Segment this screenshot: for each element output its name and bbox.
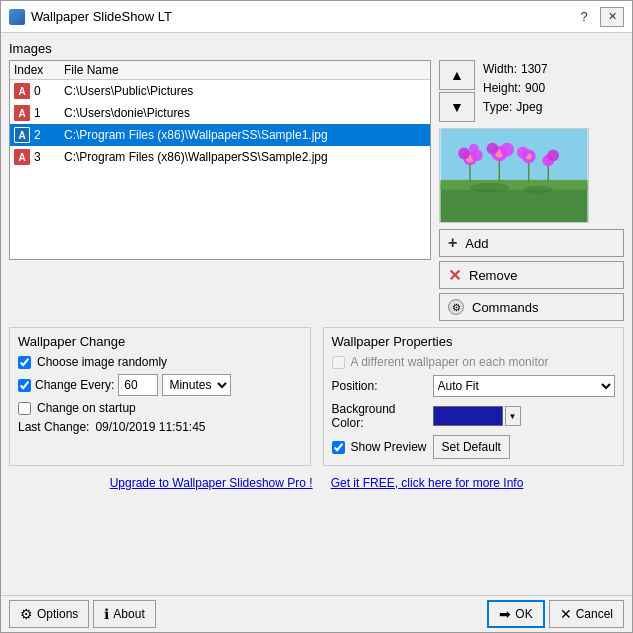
svg-rect-2	[441, 180, 588, 190]
about-label: About	[113, 607, 144, 621]
change-on-startup-label: Change on startup	[37, 401, 136, 415]
set-default-button[interactable]: Set Default	[433, 435, 510, 459]
item-index-1: 1	[34, 106, 64, 120]
remove-label: Remove	[469, 268, 517, 283]
right-panel: ▲ ▼ Width: 1307 Height: 900	[439, 60, 624, 321]
images-row: Index File Name A 0 C:\Users\Public\Pict…	[9, 60, 624, 321]
color-picker: ▼	[433, 406, 521, 426]
change-on-startup-checkbox[interactable]	[18, 402, 31, 415]
list-item[interactable]: A 3 C:\Program Files (x86)\WallpaperSS\S…	[10, 146, 430, 168]
main-window: Wallpaper SlideShow LT ? ✕ Images Index …	[0, 0, 633, 633]
move-up-button[interactable]: ▲	[439, 60, 475, 90]
svg-point-7	[458, 148, 470, 160]
show-preview-label: Show Preview	[351, 440, 427, 454]
cancel-label: Cancel	[576, 607, 613, 621]
type-value: Jpeg	[516, 98, 542, 117]
position-label: Position:	[332, 379, 427, 393]
list-item[interactable]: A 2 C:\Program Files (x86)\WallpaperSS\S…	[10, 124, 430, 146]
svg-point-20	[547, 150, 559, 162]
help-button[interactable]: ?	[572, 7, 596, 27]
window-title: Wallpaper SlideShow LT	[31, 9, 572, 24]
last-change-row: Last Change: 09/10/2019 11:51:45	[18, 420, 302, 434]
close-button[interactable]: ✕	[600, 7, 624, 27]
list-item[interactable]: A 1 C:\Users\donie\Pictures	[10, 102, 430, 124]
add-button[interactable]: + Add	[439, 229, 624, 257]
bg-color-row: Background Color: ▼	[332, 402, 616, 430]
wallpaper-props-panel: Wallpaper Properties A different wallpap…	[323, 327, 625, 466]
width-label: Width:	[483, 60, 517, 79]
info-row: ▲ ▼ Width: 1307 Height: 900	[439, 60, 624, 122]
commands-button[interactable]: ⚙ Commands	[439, 293, 624, 321]
item-icon-2: A	[14, 127, 30, 143]
width-info: Width: 1307	[483, 60, 548, 79]
bottom-link-row: Upgrade to Wallpaper Slideshow Pro ! Get…	[9, 472, 624, 494]
change-on-startup-row: Change on startup	[18, 401, 302, 415]
color-swatch[interactable]	[433, 406, 503, 426]
different-monitor-checkbox[interactable]	[332, 356, 345, 369]
different-monitor-label: A different wallpaper on each monitor	[351, 355, 549, 369]
choose-randomly-label: Choose image randomly	[37, 355, 167, 369]
title-bar: Wallpaper SlideShow LT ? ✕	[1, 1, 632, 33]
svg-point-8	[469, 144, 479, 154]
item-index-2: 2	[34, 128, 64, 142]
upgrade-link[interactable]: Upgrade to Wallpaper Slideshow Pro !	[110, 476, 313, 490]
choose-randomly-checkbox[interactable]	[18, 356, 31, 369]
item-icon-1: A	[14, 105, 30, 121]
item-icon-3: A	[14, 149, 30, 165]
item-path-3: C:\Program Files (x86)\WallpaperSS\Sampl…	[64, 150, 426, 164]
col-index-header: Index	[14, 63, 64, 77]
item-index-0: 0	[34, 84, 64, 98]
width-value: 1307	[521, 60, 548, 79]
add-icon: +	[448, 234, 457, 252]
nav-buttons: ▲ ▼	[439, 60, 475, 122]
left-buttons: ⚙ Options ℹ About	[9, 600, 156, 628]
svg-point-21	[470, 183, 509, 193]
last-change-label: Last Change:	[18, 420, 89, 434]
change-every-row: Change Every: Minutes Hours Days	[18, 374, 302, 396]
action-buttons: + Add ✕ Remove ⚙ Commands	[439, 229, 624, 321]
add-label: Add	[465, 236, 488, 251]
ok-label: OK	[515, 607, 532, 621]
file-list[interactable]: Index File Name A 0 C:\Users\Public\Pict…	[9, 60, 431, 260]
position-row: Position: Auto Fit Stretch Tile Center F…	[332, 375, 616, 397]
change-every-unit-select[interactable]: Minutes Hours Days	[162, 374, 231, 396]
cancel-button[interactable]: ✕ Cancel	[549, 600, 624, 628]
move-down-button[interactable]: ▼	[439, 92, 475, 122]
bottom-buttons: ⚙ Options ℹ About ➡ OK ✕ Cancel	[1, 595, 632, 632]
remove-icon: ✕	[448, 266, 461, 285]
type-info: Type: Jpeg	[483, 98, 548, 117]
link-separator	[317, 476, 327, 490]
item-path-1: C:\Users\donie\Pictures	[64, 106, 426, 120]
color-dropdown-button[interactable]: ▼	[505, 406, 521, 426]
change-every-label: Change Every:	[35, 378, 114, 392]
app-icon	[9, 9, 25, 25]
svg-point-22	[524, 186, 553, 194]
commands-label: Commands	[472, 300, 538, 315]
height-info: Height: 900	[483, 79, 548, 98]
bg-color-label: Background Color:	[332, 402, 427, 430]
position-select[interactable]: Auto Fit Stretch Tile Center Fill Span	[433, 375, 616, 397]
options-label: Options	[37, 607, 78, 621]
about-button[interactable]: ℹ About	[93, 600, 155, 628]
height-value: 900	[525, 79, 545, 98]
show-preview-checkbox[interactable]	[332, 441, 345, 454]
ok-button[interactable]: ➡ OK	[487, 600, 544, 628]
type-label: Type:	[483, 98, 512, 117]
change-every-checkbox[interactable]	[18, 379, 31, 392]
wallpaper-change-panel: Wallpaper Change Choose image randomly C…	[9, 327, 311, 466]
change-every-input[interactable]	[118, 374, 158, 396]
middle-section: Wallpaper Change Choose image randomly C…	[9, 327, 624, 466]
item-index-3: 3	[34, 150, 64, 164]
title-bar-controls: ? ✕	[572, 7, 624, 27]
remove-button[interactable]: ✕ Remove	[439, 261, 624, 289]
main-content: Images Index File Name A 0 C:\Users\Publ…	[1, 33, 632, 595]
height-label: Height:	[483, 79, 521, 98]
info-icon: ℹ	[104, 606, 109, 622]
options-button[interactable]: ⚙ Options	[9, 600, 89, 628]
list-item[interactable]: A 0 C:\Users\Public\Pictures	[10, 80, 430, 102]
wallpaper-props-title: Wallpaper Properties	[332, 334, 616, 349]
different-monitor-row: A different wallpaper on each monitor	[332, 355, 616, 369]
free-link[interactable]: Get it FREE, click here for more Info	[331, 476, 524, 490]
wallpaper-change-title: Wallpaper Change	[18, 334, 302, 349]
ok-icon: ➡	[499, 606, 511, 622]
